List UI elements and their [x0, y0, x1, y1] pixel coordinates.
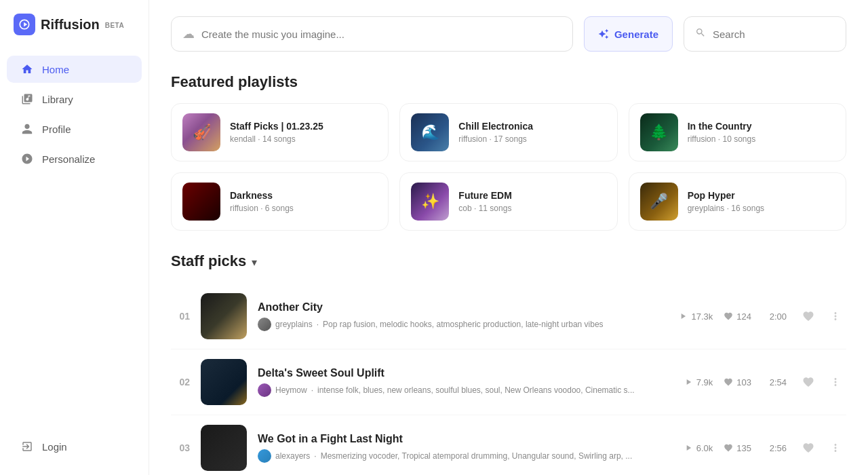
create-input-wrapper[interactable]: ☁: [171, 16, 573, 52]
song-separator-2: ·: [311, 385, 313, 395]
song-plays-1: 17.3k: [678, 311, 713, 322]
playlist-name-country: In the Country: [688, 121, 756, 132]
generate-button[interactable]: Generate: [584, 16, 673, 52]
sidebar: Riffusion BETA Home Library Profile: [0, 0, 149, 475]
playlist-thumb-staffpicks: 🎻: [182, 113, 220, 151]
playlist-info-staffpicks: Staff Picks | 01.23.25 kendall · 14 song…: [230, 121, 323, 144]
like-button-1[interactable]: [797, 305, 819, 327]
song-tags-2: intense folk, blues, new orleans, soulfu…: [317, 385, 635, 395]
playlist-card-staffpicks[interactable]: 🎻 Staff Picks | 01.23.25 kendall · 14 so…: [171, 103, 389, 162]
song-likes-2: 103: [724, 377, 751, 387]
playlist-meta-country: riffusion · 10 songs: [688, 134, 756, 144]
song-likes-3: 135: [724, 443, 751, 453]
playlist-card-darkness[interactable]: Darkness riffusion · 6 songs: [171, 172, 389, 231]
song-author-2: Heymow: [275, 385, 307, 395]
playlist-meta-chill: riffusion · 17 songs: [458, 134, 533, 144]
song-plays-3: 6.0k: [684, 443, 713, 453]
playlist-info-country: In the Country riffusion · 10 songs: [688, 121, 756, 144]
playlist-name-chill: Chill Electronica: [458, 121, 533, 132]
playlist-thumb-chill: 🌊: [411, 113, 449, 151]
sidebar-item-profile[interactable]: Profile: [7, 115, 142, 142]
topbar: ☁ Generate: [171, 16, 846, 52]
playlist-card-edm[interactable]: ✨ Future EDM cob · 11 songs: [399, 172, 617, 231]
playlist-thumb-country: 🌲: [640, 113, 678, 151]
sidebar-home-label: Home: [42, 64, 69, 75]
author-avatar-1: [258, 318, 271, 331]
playlist-info-edm: Future EDM cob · 11 songs: [458, 190, 512, 213]
play-icon: [678, 311, 688, 321]
song-stats-1: 17.3k 124 2:00: [678, 311, 787, 322]
song-details-3: We Got in a Fight Last Night alexayers ·…: [258, 433, 673, 463]
song-author-row-3: alexayers · Mesmerizing vocoder, Tropica…: [258, 449, 673, 463]
song-details-2: Delta's Sweet Soul Uplift Heymow · inten…: [258, 367, 673, 397]
more-button-2[interactable]: [825, 371, 846, 393]
logo-icon: [14, 14, 35, 35]
search-wrapper[interactable]: [684, 16, 846, 52]
staff-picks-header: Staff picks ▾: [171, 252, 846, 270]
sidebar-item-personalize[interactable]: Personalize: [7, 145, 142, 172]
song-number-3: 03: [171, 442, 190, 453]
song-number-2: 02: [171, 377, 190, 387]
generate-label: Generate: [614, 28, 658, 40]
song-actions-3: [797, 437, 846, 459]
search-input[interactable]: [713, 28, 835, 40]
song-stats-2: 7.9k 103 2:54: [684, 377, 787, 387]
playlist-thumb-edm: ✨: [411, 183, 449, 221]
profile-icon: [20, 122, 34, 136]
playlist-card-country[interactable]: 🌲 In the Country riffusion · 10 songs: [629, 103, 846, 162]
song-author-1: greyplains: [275, 320, 313, 329]
song-thumb-2: [201, 359, 247, 405]
song-thumb-3: [201, 425, 247, 471]
sidebar-item-library[interactable]: Library: [7, 86, 142, 113]
search-icon: [695, 27, 706, 41]
song-separator-1: ·: [317, 320, 319, 329]
playlist-meta-hyper: greyplains · 16 songs: [688, 204, 764, 213]
sidebar-item-home[interactable]: Home: [7, 56, 142, 83]
chevron-down-icon[interactable]: ▾: [252, 256, 257, 269]
song-duration-1: 2:00: [762, 311, 787, 322]
song-author-row-2: Heymow · intense folk, blues, new orlean…: [258, 383, 673, 397]
playlist-meta-edm: cob · 11 songs: [458, 204, 512, 213]
playlist-info-hyper: Pop Hyper greyplains · 16 songs: [688, 190, 764, 213]
sidebar-login-label: Login: [42, 441, 67, 453]
playlists-grid: 🎻 Staff Picks | 01.23.25 kendall · 14 so…: [171, 103, 846, 231]
song-likes-1: 124: [724, 311, 751, 322]
playlist-card-hyper[interactable]: 🎤 Pop Hyper greyplains · 16 songs: [629, 172, 846, 231]
song-item-1: 01 Another City greyplains · Pop rap fus…: [171, 284, 846, 349]
sidebar-profile-label: Profile: [42, 124, 71, 135]
sidebar-item-login[interactable]: Login: [7, 433, 142, 460]
featured-title: Featured playlists: [171, 73, 846, 91]
login-icon: [20, 440, 34, 453]
main-content: ☁ Generate Featured playlists 🎻: [149, 0, 868, 475]
logo-area: Riffusion BETA: [0, 14, 149, 54]
like-button-3[interactable]: [797, 437, 819, 459]
song-tags-3: Mesmerizing vocoder, Tropical atemporal …: [321, 451, 633, 461]
playlist-thumb-hyper: 🎤: [640, 183, 678, 221]
sidebar-personalize-label: Personalize: [42, 153, 95, 165]
app-name: Riffusion: [41, 17, 100, 33]
playlist-card-chill[interactable]: 🌊 Chill Electronica riffusion · 17 songs: [399, 103, 617, 162]
generate-icon: [598, 28, 609, 39]
song-author-3: alexayers: [275, 451, 310, 461]
heart-icon: [724, 443, 733, 453]
song-title-3: We Got in a Fight Last Night: [258, 433, 673, 445]
song-details-1: Another City greyplains · Pop rap fusion…: [258, 301, 667, 331]
playlist-meta-darkness: riffusion · 6 songs: [230, 204, 294, 213]
beta-badge: BETA: [105, 22, 124, 29]
playlist-thumb-darkness: [182, 183, 220, 221]
more-button-1[interactable]: [825, 305, 846, 327]
song-duration-2: 2:54: [762, 377, 787, 387]
playlist-meta-staffpicks: kendall · 14 songs: [230, 134, 323, 144]
personalize-icon: [20, 152, 34, 166]
song-duration-3: 2:56: [762, 443, 787, 453]
library-icon: [20, 92, 34, 106]
like-button-2[interactable]: [797, 371, 819, 393]
sidebar-library-label: Library: [42, 94, 73, 105]
playlist-name-staffpicks: Staff Picks | 01.23.25: [230, 121, 323, 132]
song-item-3: 03 We Got in a Fight Last Night alexayer…: [171, 415, 846, 475]
heart-icon: [724, 377, 733, 387]
create-input[interactable]: [201, 28, 561, 40]
song-title-2: Delta's Sweet Soul Uplift: [258, 367, 673, 379]
playlist-name-hyper: Pop Hyper: [688, 190, 764, 201]
more-button-3[interactable]: [825, 437, 846, 459]
